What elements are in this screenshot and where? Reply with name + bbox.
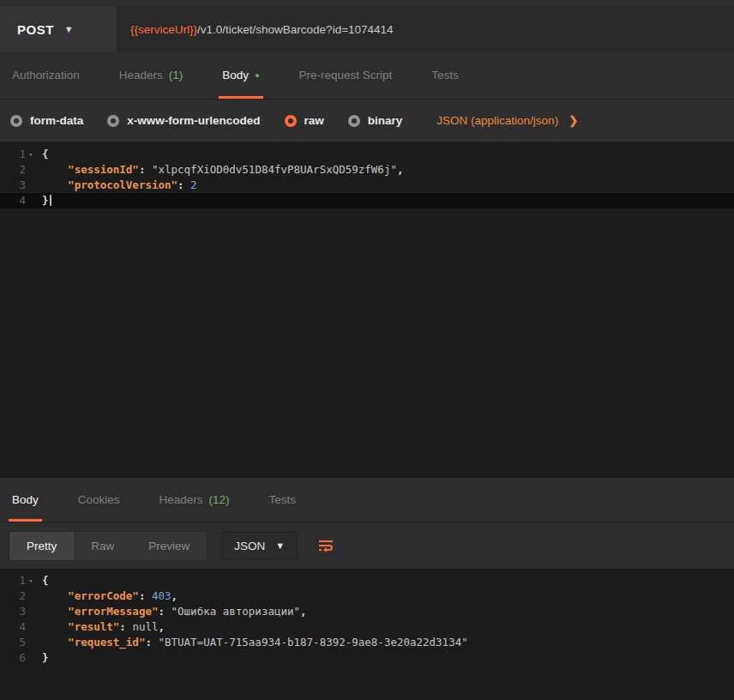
- view-raw-button[interactable]: Raw: [74, 532, 131, 560]
- tab-label: Headers: [159, 493, 203, 506]
- line-number-gutter[interactable]: 1▾: [0, 147, 39, 162]
- body-type-label: form-data: [30, 114, 83, 127]
- postman-window: POST ▼ {{serviceUrl}}/v1.0/ticket/showBa…: [0, 0, 734, 700]
- response-body-editor[interactable]: 1▾{2 "errorCode": 403,3 "errorMessage": …: [0, 569, 734, 700]
- url-path: /v1.0/ticket/showBarcode?id=1074414: [197, 23, 394, 36]
- request-body-editor[interactable]: 1▾{2 "sessionId": "xlpcqfXiOD0dv51D84fvP…: [0, 142, 734, 476]
- token-key: "sessionId": [68, 163, 139, 176]
- tab-label: Authorization: [12, 69, 80, 81]
- response-format-label: JSON: [234, 540, 265, 552]
- token-plain: [42, 589, 68, 602]
- code-text: {: [39, 573, 49, 588]
- line-number: 6: [19, 650, 26, 666]
- fold-toggle-icon[interactable]: ▾: [26, 573, 36, 588]
- response-line-1: 1▾{: [0, 573, 734, 588]
- line-number-gutter[interactable]: 3: [0, 604, 39, 619]
- request-tab-body[interactable]: Body●: [217, 51, 264, 99]
- tab-label: Headers: [119, 69, 163, 81]
- token-str: "BTUAT=UAT-715aa934-b187-8392-9ae8-3e20a…: [158, 636, 467, 649]
- line-number-gutter[interactable]: 5: [0, 635, 39, 650]
- response-tab-headers[interactable]: Headers(12): [154, 478, 235, 522]
- token-plain: [42, 605, 68, 618]
- request-tab-tests[interactable]: Tests: [426, 51, 464, 99]
- response-line-3: 3 "errorMessage": "Ошибка авторизации",: [0, 604, 734, 619]
- line-number: 3: [19, 178, 26, 193]
- token-key: "result": [68, 620, 119, 633]
- tab-label: Body: [12, 493, 39, 506]
- request-line-4: 4}: [0, 193, 734, 208]
- token-punct: :: [139, 163, 152, 176]
- code-text: "errorCode": 403,: [39, 588, 177, 604]
- line-number: 4: [19, 619, 26, 635]
- line-number-gutter[interactable]: 1▾: [0, 573, 39, 588]
- body-type-binary[interactable]: binary: [348, 114, 403, 127]
- radio-icon: [348, 115, 360, 127]
- token-punct: :: [119, 620, 132, 633]
- body-type-form-data[interactable]: form-data: [10, 114, 83, 127]
- response-line-2: 2 "errorCode": 403,: [0, 588, 734, 604]
- line-number-gutter[interactable]: 2: [0, 588, 39, 604]
- token-punct: }: [42, 194, 49, 207]
- wrap-lines-button[interactable]: [311, 531, 340, 560]
- response-tab-cookies[interactable]: Cookies: [73, 478, 125, 522]
- line-number-gutter[interactable]: 4: [0, 193, 39, 208]
- body-type-row: form-datax-www-form-urlencodedrawbinary …: [0, 100, 734, 142]
- token-punct: :: [145, 636, 158, 649]
- view-pretty-button[interactable]: Pretty: [9, 532, 74, 560]
- view-preview-button[interactable]: Preview: [131, 532, 207, 560]
- token-punct: ,: [300, 605, 307, 618]
- token-key: "protocolVersion": [68, 178, 177, 191]
- token-punct: :: [158, 605, 171, 618]
- tab-label: Body: [222, 69, 249, 81]
- token-plain: [42, 178, 68, 191]
- response-toolbar: PrettyRawPreview JSON ▼: [0, 522, 734, 569]
- response-tab-body[interactable]: Body: [7, 478, 44, 522]
- url-variable: {{serviceUrl}}: [130, 23, 197, 36]
- response-tab-tests[interactable]: Tests: [264, 478, 302, 522]
- active-body-dot: ●: [255, 71, 259, 80]
- token-plain: [42, 636, 68, 649]
- line-number-gutter[interactable]: 3: [0, 178, 39, 193]
- line-number: 1: [19, 147, 26, 162]
- token-punct: ,: [171, 589, 178, 602]
- body-type-x-www-form-urlencoded[interactable]: x-www-form-urlencoded: [107, 114, 260, 127]
- line-number-gutter[interactable]: 4: [0, 619, 39, 635]
- response-format-dropdown[interactable]: JSON ▼: [221, 532, 298, 560]
- request-line-3: 3 "protocolVersion": 2: [0, 178, 734, 193]
- request-tab-pre-request-script[interactable]: Pre-request Script: [294, 51, 398, 99]
- body-type-label: x-www-form-urlencoded: [127, 114, 260, 127]
- url-input[interactable]: {{serviceUrl}}/v1.0/ticket/showBarcode?i…: [117, 7, 734, 51]
- line-number-gutter[interactable]: 2: [0, 162, 39, 178]
- radio-icon: [107, 115, 119, 127]
- line-number: 4: [19, 193, 26, 208]
- token-plain: [42, 163, 68, 176]
- body-type-label: binary: [368, 114, 403, 127]
- token-null: null: [132, 620, 158, 633]
- token-punct: {: [42, 148, 49, 160]
- line-number: 5: [19, 635, 26, 650]
- token-str: "Ошибка авторизации": [171, 605, 301, 618]
- request-tab-authorization[interactable]: Authorization: [7, 51, 85, 99]
- request-tab-headers[interactable]: Headers(1): [114, 51, 189, 99]
- tab-label: Cookies: [78, 493, 120, 506]
- token-punct: }: [42, 651, 49, 664]
- token-key: "errorCode": [68, 589, 139, 602]
- code-text: "errorMessage": "Ошибка авторизации",: [39, 604, 307, 619]
- request-line-1: 1▾{: [0, 147, 734, 162]
- token-key: "errorMessage": [68, 605, 158, 618]
- chevron-down-icon: ▼: [275, 541, 285, 551]
- token-plain: [42, 620, 68, 633]
- tab-label: Pre-request Script: [299, 69, 393, 81]
- content-type-dropdown[interactable]: JSON (application/json) ❯: [436, 114, 578, 127]
- method-select[interactable]: POST ▼: [0, 7, 117, 51]
- line-number-gutter[interactable]: 6: [0, 650, 39, 666]
- method-label: POST: [17, 22, 54, 37]
- token-punct: {: [42, 574, 49, 587]
- body-type-raw[interactable]: raw: [285, 114, 324, 127]
- fold-toggle-icon[interactable]: ▾: [26, 147, 36, 162]
- tab-label: Tests: [269, 493, 297, 506]
- wrap-lines-icon: [317, 539, 334, 552]
- tab-count: (12): [209, 493, 230, 506]
- token-num: 2: [190, 178, 197, 191]
- token-punct: :: [177, 178, 190, 191]
